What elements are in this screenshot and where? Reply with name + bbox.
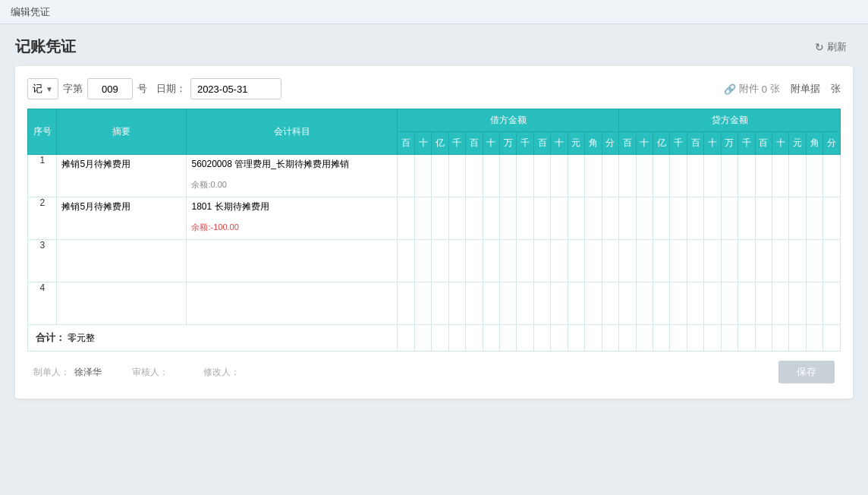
credit-digit-1-4[interactable] [687,197,703,240]
credit-digit-2-8[interactable] [755,240,772,282]
save-button[interactable]: 保存 [778,361,835,383]
debit-digit-1-2[interactable] [432,197,448,240]
debit-digit-1-10[interactable] [568,197,584,240]
credit-digit-1-3[interactable] [670,197,687,240]
credit-digit-0-5[interactable] [704,155,721,197]
credit-digit-2-11[interactable] [806,240,822,282]
credit-digit-3-2[interactable] [653,282,669,325]
debit-digit-2-11[interactable] [585,240,602,282]
credit-digit-1-10[interactable] [789,197,806,240]
debit-digit-2-6[interactable] [500,240,517,282]
debit-digit-3-6[interactable] [500,282,517,325]
credit-digit-3-12[interactable] [823,282,841,325]
debit-digit-2-9[interactable] [551,240,568,282]
debit-digit-0-12[interactable] [602,155,618,197]
credit-digit-0-6[interactable] [721,155,737,197]
debit-digit-2-1[interactable] [414,240,431,282]
debit-digit-0-1[interactable] [414,155,431,197]
credit-digit-1-1[interactable] [636,197,653,240]
debit-digit-2-3[interactable] [448,240,465,282]
credit-digit-0-2[interactable] [653,155,669,197]
credit-digit-3-11[interactable] [806,282,822,325]
debit-digit-0-3[interactable] [448,155,465,197]
credit-digit-0-3[interactable] [670,155,687,197]
debit-digit-3-1[interactable] [414,282,431,325]
debit-digit-3-8[interactable] [533,282,550,325]
debit-digit-0-4[interactable] [466,155,483,197]
debit-digit-1-5[interactable] [483,197,499,240]
refresh-button[interactable]: ↻ 刷新 [809,37,853,57]
account-cell-1[interactable]: 1801 长期待摊费用余额:-100.00 [187,197,398,240]
summary-cell-2[interactable] [57,240,187,282]
debit-digit-0-6[interactable] [500,155,517,197]
credit-digit-0-10[interactable] [789,155,806,197]
debit-digit-2-12[interactable] [602,240,618,282]
credit-digit-1-6[interactable] [721,197,737,240]
credit-digit-2-4[interactable] [687,240,703,282]
ji-select[interactable]: 记 ▼ [27,78,58,99]
debit-digit-2-2[interactable] [432,240,448,282]
debit-digit-1-9[interactable] [551,197,568,240]
credit-digit-3-3[interactable] [670,282,687,325]
account-cell-3[interactable] [187,282,398,325]
debit-digit-3-10[interactable] [568,282,584,325]
credit-digit-0-9[interactable] [772,155,789,197]
debit-digit-0-8[interactable] [533,155,550,197]
debit-digit-2-5[interactable] [483,240,499,282]
credit-digit-2-10[interactable] [789,240,806,282]
credit-digit-0-1[interactable] [636,155,653,197]
credit-digit-0-11[interactable] [806,155,822,197]
credit-digit-1-8[interactable] [755,197,772,240]
debit-digit-1-11[interactable] [585,197,602,240]
debit-digit-1-6[interactable] [500,197,517,240]
debit-digit-2-8[interactable] [533,240,550,282]
credit-digit-3-6[interactable] [721,282,737,325]
debit-digit-3-12[interactable] [602,282,618,325]
account-cell-2[interactable] [187,240,398,282]
debit-digit-3-0[interactable] [398,282,414,325]
debit-digit-0-11[interactable] [585,155,602,197]
credit-digit-2-0[interactable] [619,240,636,282]
credit-digit-2-3[interactable] [670,240,687,282]
debit-digit-3-3[interactable] [448,282,465,325]
debit-digit-3-2[interactable] [432,282,448,325]
debit-digit-0-7[interactable] [517,155,533,197]
credit-digit-1-12[interactable] [823,197,841,240]
credit-digit-3-1[interactable] [636,282,653,325]
credit-digit-0-8[interactable] [755,155,772,197]
debit-digit-1-4[interactable] [466,197,483,240]
debit-digit-1-8[interactable] [533,197,550,240]
credit-digit-2-5[interactable] [704,240,721,282]
summary-cell-3[interactable] [57,282,187,325]
credit-digit-3-9[interactable] [772,282,789,325]
debit-digit-1-7[interactable] [517,197,533,240]
credit-digit-3-10[interactable] [789,282,806,325]
zi-input[interactable] [87,78,133,99]
credit-digit-3-4[interactable] [687,282,703,325]
debit-digit-2-7[interactable] [517,240,533,282]
credit-digit-2-12[interactable] [823,240,841,282]
debit-digit-1-3[interactable] [448,197,465,240]
credit-digit-3-8[interactable] [755,282,772,325]
credit-digit-1-2[interactable] [653,197,669,240]
debit-digit-0-9[interactable] [551,155,568,197]
debit-digit-3-11[interactable] [585,282,602,325]
credit-digit-1-9[interactable] [772,197,789,240]
credit-digit-3-7[interactable] [738,282,755,325]
account-cell-0[interactable]: 56020008 管理费用_长期待摊费用摊销余额:0.00 [187,155,398,197]
debit-digit-2-10[interactable] [568,240,584,282]
debit-digit-3-7[interactable] [517,282,533,325]
credit-digit-2-7[interactable] [738,240,755,282]
credit-digit-1-11[interactable] [806,197,822,240]
debit-digit-3-9[interactable] [551,282,568,325]
summary-cell-0[interactable]: 摊销5月待摊费用 [57,155,187,197]
credit-digit-2-2[interactable] [653,240,669,282]
debit-digit-1-1[interactable] [414,197,431,240]
debit-digit-3-5[interactable] [483,282,499,325]
debit-digit-0-0[interactable] [398,155,414,197]
credit-digit-1-5[interactable] [704,197,721,240]
credit-digit-0-0[interactable] [619,155,636,197]
credit-digit-2-6[interactable] [721,240,737,282]
credit-digit-0-12[interactable] [823,155,841,197]
credit-digit-1-7[interactable] [738,197,755,240]
